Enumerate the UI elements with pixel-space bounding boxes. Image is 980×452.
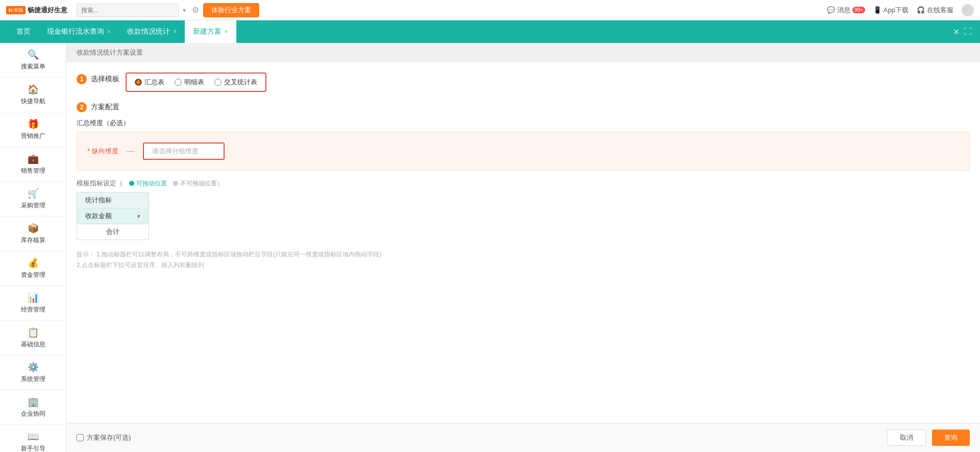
draggable-label: 可拖动位置: [136, 179, 167, 188]
gear-icon[interactable]: ⚙: [192, 5, 199, 15]
system-icon: ⚙️: [28, 362, 39, 373]
finance-icon: 💰: [28, 257, 39, 269]
page-header: 收款情况统计方案设置: [66, 43, 980, 62]
content-area: 1 选择模板 汇总表 明细表: [66, 62, 980, 423]
dimension-config-area: * 纵向维度 — 请选择分组维度: [77, 132, 970, 171]
radio-summary[interactable]: 汇总表: [135, 78, 164, 87]
search-input[interactable]: [77, 4, 179, 17]
vertical-dim-label: * 纵向维度: [87, 147, 118, 156]
radio-summary-label: 汇总表: [144, 78, 164, 87]
step1-num: 1: [77, 74, 87, 84]
tab-cash-flow-label: 现金银行流水查询: [47, 27, 104, 36]
arrow-icon: —: [127, 147, 135, 156]
radio-cross-label: 交叉统计表: [224, 78, 257, 87]
industry-btn[interactable]: 体验行业方案: [203, 3, 259, 17]
cancel-button[interactable]: 取消: [887, 430, 926, 446]
draggable-dot: [129, 181, 134, 186]
sidebar-item-marketing[interactable]: 🎁 营销推广: [0, 112, 66, 147]
close-collection-stat-icon[interactable]: ×: [173, 28, 177, 35]
sidebar-item-system[interactable]: ⚙️ 系统管理: [0, 355, 66, 390]
close-window-icon[interactable]: ✕: [953, 27, 960, 37]
close-new-plan-icon[interactable]: ×: [225, 28, 228, 35]
metrics-section-label: 模板指标设定（: [77, 179, 123, 188]
home-icon: 🏠: [28, 84, 39, 95]
sidebar-item-sales[interactable]: 💼 销售管理: [0, 147, 66, 182]
metrics-table: 统计指标 收款金额 ▾ 合计: [77, 192, 149, 240]
template-radio-group: 汇总表 明细表 交叉统计表: [126, 73, 266, 92]
sidebar-item-purchase[interactable]: 🛒 采购管理: [0, 182, 66, 217]
summary-dim-title: 汇总维度（必选）: [77, 118, 970, 128]
dropdown-arrow-icon[interactable]: ▾: [183, 7, 186, 14]
dim-select[interactable]: 请选择分组维度: [143, 142, 225, 160]
save-checkbox-input[interactable]: [77, 434, 84, 441]
expand-icon[interactable]: ⛶: [964, 27, 972, 37]
logo-text: 畅捷通好生意: [28, 6, 67, 15]
col-dropdown-icon[interactable]: ▾: [137, 213, 140, 220]
logo: 标准版 畅捷通好生意: [6, 3, 72, 17]
nav-tabs: 首页 现金银行流水查询 × 收款情况统计 × 新建方案 × ✕ ⛶: [0, 20, 980, 43]
messages-btn[interactable]: 💬 消息 99+: [827, 6, 865, 15]
basic-icon: 📋: [28, 327, 39, 338]
management-icon: 📊: [28, 292, 39, 303]
breadcrumb: 收款情况统计方案设置: [77, 49, 143, 56]
no-drag-label: 不可拖动位置）: [180, 179, 223, 188]
search-icon: 🔍: [28, 49, 39, 60]
logo-badge: 标准版: [6, 6, 26, 14]
inventory-icon: 📦: [28, 223, 39, 234]
app-body: 🔍 搜索菜单 🏠 快捷导航 🎁 营销推广 💼 销售管理 🛒 采购管理 📦 库存核…: [0, 43, 980, 452]
col-header[interactable]: 收款金额 ▾: [77, 208, 149, 224]
enterprise-icon: 🏢: [28, 396, 39, 408]
step2-label: 2 方案配置: [77, 102, 970, 112]
save-checkbox-label: 方案保存(可选): [87, 433, 131, 442]
step2-num: 2: [77, 102, 87, 112]
sidebar-item-guide[interactable]: 📖 新手引导: [0, 425, 66, 452]
tab-collection-stat-label: 收款情况统计: [127, 27, 170, 36]
avatar[interactable]: [962, 4, 974, 16]
tab-new-plan[interactable]: 新建方案 ×: [185, 20, 236, 43]
msg-badge: 99+: [852, 7, 865, 13]
sidebar-item-basic[interactable]: 📋 基础信息: [0, 321, 66, 355]
step1-section: 1 选择模板 汇总表 明细表: [77, 73, 970, 92]
sidebar-item-finance[interactable]: 💰 资金管理: [0, 251, 66, 286]
stats-label: 统计指标: [85, 196, 112, 205]
step2-title: 方案配置: [91, 103, 119, 112]
step1-title: 选择模板: [91, 75, 119, 84]
sidebar-item-inventory[interactable]: 📦 库存核算: [0, 217, 66, 251]
radio-cross[interactable]: 交叉统计表: [214, 78, 257, 87]
bottom-buttons: 取消 查询: [887, 430, 970, 446]
chat-icon: 🎧: [917, 6, 925, 14]
guide-icon: 📖: [28, 431, 39, 442]
sidebar-item-enterprise[interactable]: 🏢 企业协同: [0, 390, 66, 425]
query-button[interactable]: 查询: [932, 430, 970, 446]
top-bar: 标准版 畅捷通好生意 ▾ ⚙ 体验行业方案 💬 消息 99+ 📱 App下载 🎧…: [0, 0, 980, 20]
hint2: 2.点击标题栏下拉可设置排序、插入列和删除列: [77, 261, 970, 270]
radio-detail-label: 明细表: [184, 78, 204, 87]
window-controls: ✕ ⛶: [953, 27, 972, 37]
hint-section: 提示： 1.拖动标题栏可以调整布局，不可跨维度或指标区域拖动栏目字段(只能在同一…: [77, 250, 970, 270]
tab-collection-stat[interactable]: 收款情况统计 ×: [119, 20, 185, 43]
purchase-icon: 🛒: [28, 188, 39, 199]
metrics-section: 模板指标设定（ 可拖动位置 不可拖动位置） 统计指标: [77, 179, 970, 240]
no-drag-hint: 不可拖动位置）: [173, 179, 223, 188]
sidebar-item-search[interactable]: 🔍 搜索菜单: [0, 43, 66, 78]
main-content: 收款情况统计方案设置 1 选择模板 汇总表: [66, 43, 980, 452]
sidebar-item-management[interactable]: 📊 经营管理: [0, 286, 66, 321]
tab-cash-flow[interactable]: 现金银行流水查询 ×: [39, 20, 119, 43]
app-download-btn[interactable]: 📱 App下载: [873, 6, 909, 15]
step1-label: 1 选择模板: [77, 74, 119, 84]
sidebar-item-nav[interactable]: 🏠 快捷导航: [0, 78, 66, 112]
metrics-table-header[interactable]: 统计指标: [77, 193, 149, 208]
top-right-area: 💬 消息 99+ 📱 App下载 🎧 在线客服: [827, 4, 974, 16]
row-cell: 合计: [77, 224, 149, 240]
tab-home[interactable]: 首页: [8, 20, 39, 43]
sales-icon: 💼: [28, 153, 39, 164]
close-cash-flow-icon[interactable]: ×: [107, 28, 111, 35]
online-chat-btn[interactable]: 🎧 在线客服: [917, 6, 953, 15]
step1-row: 1 选择模板 汇总表 明细表: [77, 73, 970, 92]
save-checkbox[interactable]: 方案保存(可选): [77, 433, 131, 442]
marketing-icon: 🎁: [28, 118, 39, 130]
radio-detail[interactable]: 明细表: [175, 78, 204, 87]
download-icon: 📱: [873, 6, 881, 14]
step2-section: 2 方案配置 汇总维度（必选） * 纵向维度 — 请选择分组维度 模板指标设定（: [77, 102, 970, 270]
draggable-hint: 可拖动位置: [129, 179, 167, 188]
